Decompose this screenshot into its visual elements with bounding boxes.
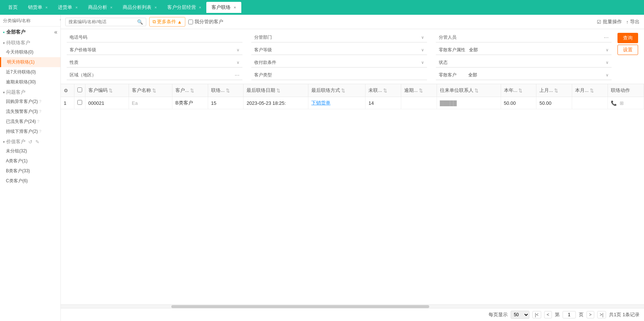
cell-code: 000021 xyxy=(85,97,129,109)
sidebar-item-repurchase-abnormal[interactable]: 回购异常客户(2) ? xyxy=(0,97,60,107)
sidebar-item-churn-warning[interactable]: 流失预警客户(3) ? xyxy=(0,107,60,117)
filter-price-level: 客户价格等级 ∨ xyxy=(67,45,242,55)
col-settings[interactable]: ⚙ xyxy=(61,84,74,97)
filter-panel: 电话号码 分管部门 ∨ 分管人员 ··· xyxy=(61,29,644,84)
sidebar-search-input[interactable] xyxy=(3,18,58,23)
search-input[interactable] xyxy=(69,19,136,24)
last-page-button[interactable]: >| xyxy=(597,311,606,318)
close-icon[interactable]: × xyxy=(45,5,48,10)
close-icon[interactable]: × xyxy=(234,5,236,10)
main-layout: 🔍 ▪ 全部客户 « ▾ 待联络客户 今天待联络(0) 明天待联络(1) 近7天… xyxy=(0,15,644,321)
sidebar-group-problem: ▾ 问题客户 xyxy=(0,87,60,97)
sidebar-item-class-b[interactable]: B类客户(33) xyxy=(0,166,60,176)
data-table: ⚙ 客户编码 ⇅ 客户名称 ⇅ 客户... ⇅ 联络... ⇅ 最后联络日期 ⇅… xyxy=(61,84,644,109)
chevron-down-icon: ▾ xyxy=(3,140,5,144)
top-navigation: 首页 销货单 × 进货单 × 商品分析 × 商品分析列表 × 客户分层经营 × … xyxy=(0,0,644,15)
bulk-operations-button[interactable]: ☑ 批量操作 xyxy=(597,18,622,25)
col-checkbox[interactable] xyxy=(74,84,85,97)
sidebar-item-7days[interactable]: 近7天待联络(0) xyxy=(0,67,60,77)
filter-retail-customer: 零散客户 全部 ∨ xyxy=(436,70,612,80)
prev-page-button[interactable]: < xyxy=(544,311,552,318)
close-icon[interactable]: × xyxy=(75,5,77,10)
edit-icon[interactable]: ✎ xyxy=(35,139,39,145)
nav-product-analysis-list[interactable]: 商品分析列表 × xyxy=(118,2,162,13)
filter-person: 分管人员 ··· xyxy=(436,33,612,42)
sidebar-item-churned[interactable]: 已流失客户(24) ? xyxy=(0,117,60,127)
sidebar-item-tomorrow[interactable]: 明天待联络(1) xyxy=(0,57,60,67)
col-overdue[interactable]: 逾期... ⇅ xyxy=(401,84,437,97)
scroll-thumb[interactable] xyxy=(171,305,429,308)
sidebar-item-class-a[interactable]: A类客户(1) xyxy=(0,156,60,166)
cell-index: 1 xyxy=(61,97,74,109)
export-button[interactable]: ↑ 导出 xyxy=(626,18,640,25)
col-contact-person[interactable]: 往来单位联系人 ⇅ xyxy=(437,84,501,97)
nav-customer-tier[interactable]: 客户分层经营 × xyxy=(162,2,206,13)
col-name[interactable]: 客户名称 ⇅ xyxy=(129,84,172,97)
page-number-input[interactable] xyxy=(563,311,576,318)
close-icon[interactable]: × xyxy=(110,5,112,10)
filter-dept: 分管部门 ∨ xyxy=(251,33,427,42)
chevron-down-icon: ∨ xyxy=(421,60,424,65)
horizontal-scrollbar[interactable] xyxy=(61,304,644,308)
nav-customer-contact[interactable]: 客户联络 × xyxy=(206,2,241,13)
first-page-button[interactable]: |< xyxy=(532,311,541,318)
col-not-contacted[interactable]: 未联... ⇅ xyxy=(365,84,401,97)
sidebar-search-box: 🔍 xyxy=(0,15,60,27)
col-this-month[interactable]: 本月... ⇅ xyxy=(572,84,608,97)
settings-button[interactable]: 设置 xyxy=(617,45,638,55)
sidebar-item-class-c[interactable]: C类客户(6) xyxy=(0,176,60,186)
export-icon: ↑ xyxy=(626,19,629,25)
query-button[interactable]: 查询 xyxy=(617,33,638,43)
nav-product-analysis[interactable]: 商品分析 × xyxy=(83,2,118,13)
filter-payment-terms: 收付款条件 ∨ xyxy=(251,58,427,68)
collapse-icon[interactable]: « xyxy=(54,29,57,35)
filter-phone: 电话号码 xyxy=(67,33,242,42)
action-phone-icon[interactable]: 📞 xyxy=(611,100,617,106)
page-label: 第 xyxy=(555,311,560,318)
nav-sales-order[interactable]: 销货单 × xyxy=(23,2,53,13)
filter-status: 状态 ∨ xyxy=(436,58,612,68)
cell-last-month: 50.00 xyxy=(536,97,572,109)
cell-checkbox[interactable] xyxy=(74,97,85,109)
col-code[interactable]: 客户编码 ⇅ xyxy=(85,84,129,97)
sidebar-item-declining[interactable]: 持续下滑客户(2) ? xyxy=(0,127,60,137)
page-size-select[interactable]: 50 100 200 xyxy=(511,311,529,319)
nav-purchase-order[interactable]: 进货单 × xyxy=(53,2,83,13)
chevron-up-icon: ▲ xyxy=(177,19,182,25)
toolbar-right: ☑ 批量操作 ↑ 导出 xyxy=(597,18,640,25)
close-icon[interactable]: × xyxy=(154,5,157,10)
more-filter-button[interactable]: ⧉ 更多条件 ▲ xyxy=(149,17,185,27)
close-icon[interactable]: × xyxy=(199,5,201,10)
col-last-month[interactable]: 上月... ⇅ xyxy=(536,84,572,97)
sidebar-item-today[interactable]: 今天待联络(0) xyxy=(0,47,60,57)
cell-this-month xyxy=(572,97,608,109)
next-page-button[interactable]: > xyxy=(587,311,594,318)
table-body: 1 000021 Ea B类客户 15 2023-05-23 18:25: 下销… xyxy=(61,97,644,109)
refresh-icon[interactable]: ↺ xyxy=(28,139,32,145)
cell-this-year: 50.00 xyxy=(501,97,536,109)
select-all-checkbox[interactable] xyxy=(77,87,82,92)
sidebar-all-customers[interactable]: ▪ 全部客户 « xyxy=(0,27,60,38)
col-this-year[interactable]: 本年... ⇅ xyxy=(501,84,536,97)
action-more-icon[interactable]: ⊞ xyxy=(620,100,624,106)
chevron-down-icon: ∨ xyxy=(421,48,424,52)
col-contact-count[interactable]: 联络... ⇅ xyxy=(208,84,244,97)
cell-contact-person: █████ xyxy=(437,97,501,109)
sidebar-item-ungrouped[interactable]: 未分组(32) xyxy=(0,146,60,156)
more-icon[interactable]: ··· xyxy=(235,72,239,78)
col-last-date[interactable]: 最后联络日期 ⇅ xyxy=(244,84,308,97)
my-customers-checkbox[interactable]: 我分管的客户 xyxy=(188,18,223,25)
cell-name: Ea xyxy=(129,97,172,109)
more-icon[interactable]: ··· xyxy=(604,35,609,41)
table-container: ⚙ 客户编码 ⇅ 客户名称 ⇅ 客户... ⇅ 联络... ⇅ 最后联络日期 ⇅… xyxy=(61,84,644,304)
my-customers-checkbox-input[interactable] xyxy=(188,20,193,24)
phone-input[interactable] xyxy=(98,35,239,40)
sidebar-item-overdue[interactable]: 逾期未联络(30) xyxy=(0,77,60,87)
col-type[interactable]: 客户... ⇅ xyxy=(172,84,208,97)
filter-actions: 查询 设置 xyxy=(617,33,638,55)
chevron-down-icon: ∨ xyxy=(237,60,239,65)
page-suffix: 页 xyxy=(579,311,584,318)
col-last-method[interactable]: 最后联络方式 ⇅ xyxy=(308,84,365,97)
nav-home[interactable]: 首页 xyxy=(3,2,23,13)
search-icon[interactable]: 🔍 xyxy=(137,19,143,25)
